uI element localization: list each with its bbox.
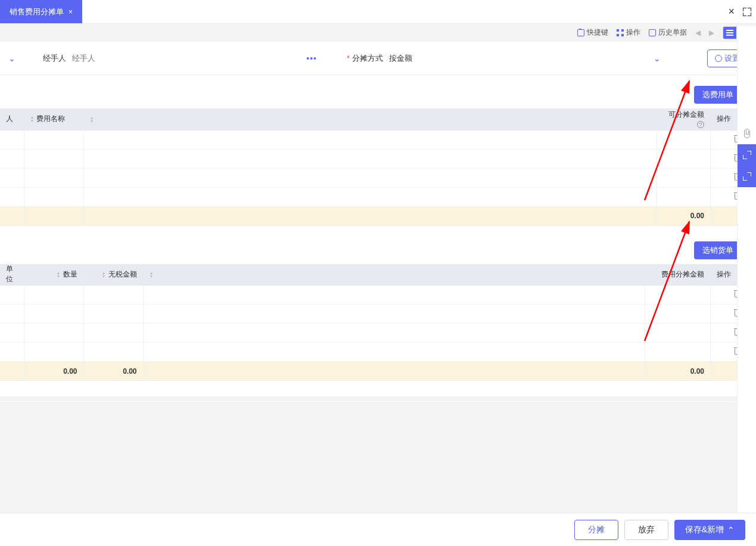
- table-row[interactable]: [0, 168, 748, 187]
- table-sum-row: 0.00: [0, 206, 748, 225]
- table-row[interactable]: [0, 286, 748, 305]
- right-rail: [737, 26, 756, 546]
- table-row[interactable]: [0, 324, 748, 343]
- col-allocatable-amount[interactable]: 可分摊金额?: [657, 108, 711, 130]
- handler-input[interactable]: [72, 54, 300, 63]
- expense-table: 人 费用名称 可分摊金额? 操作 0.00: [0, 108, 748, 226]
- info-icon[interactable]: ?: [697, 121, 704, 128]
- sum-alloc: 0.00: [657, 206, 711, 225]
- expand-icon: [743, 151, 751, 159]
- table-row[interactable]: [0, 130, 748, 149]
- select-expense-button[interactable]: 选费用单: [694, 86, 742, 104]
- col-unit[interactable]: 单位: [0, 264, 24, 286]
- next-record-icon[interactable]: ▶: [709, 29, 714, 37]
- allocate-button[interactable]: 分摊: [574, 520, 618, 540]
- tab-title: 销售费用分摊单: [10, 7, 64, 17]
- sum-alloc: 0.00: [645, 362, 711, 381]
- chevron-down-icon[interactable]: ⌄: [8, 54, 15, 63]
- tab-bar: 销售费用分摊单 × ×: [0, 0, 756, 24]
- table-row[interactable]: [0, 149, 748, 168]
- chevron-up-icon: ⌃: [727, 525, 735, 535]
- attachment-button[interactable]: [738, 123, 756, 144]
- history-icon: [649, 29, 656, 36]
- sort-icon: [150, 271, 154, 278]
- close-icon[interactable]: ×: [728, 5, 735, 18]
- view-list-button[interactable]: [723, 27, 736, 39]
- fullscreen-icon[interactable]: [743, 8, 751, 16]
- col-qty[interactable]: 数量: [24, 264, 83, 286]
- form-row: ⌄ 经手人 ••• * 分摊方式 按金额 ⌄ 设置: [0, 42, 756, 75]
- tab-close-icon[interactable]: ×: [69, 8, 73, 16]
- expand-button-1[interactable]: [738, 144, 756, 166]
- sort-icon: [102, 271, 106, 278]
- col-blank[interactable]: [83, 108, 657, 130]
- handler-field: 经手人 •••: [43, 53, 317, 64]
- shortcut-link[interactable]: 快捷键: [577, 27, 608, 38]
- sort-icon: [90, 116, 94, 123]
- sales-table: 单位 数量 无税金额 费用分摊金额 操作 0.000.000.00: [0, 264, 748, 381]
- sort-icon: [57, 271, 61, 278]
- gear-icon: [715, 55, 722, 62]
- sum-amount: 0.00: [83, 362, 143, 381]
- sales-table-section: 选销货单 单位 数量 无税金额 费用分摊金额 操作: [0, 241, 748, 381]
- sum-qty: 0.00: [24, 362, 83, 381]
- col-alloc-amount[interactable]: 费用分摊金额: [645, 264, 711, 286]
- more-dots-icon[interactable]: •••: [306, 54, 317, 63]
- tab-active[interactable]: 销售费用分摊单 ×: [0, 0, 82, 23]
- save-new-button[interactable]: 保存&新增 ⌃: [674, 520, 745, 540]
- divider: [0, 396, 748, 401]
- expand-button-2[interactable]: [738, 166, 756, 187]
- footer-bar: 分摊 放弃 保存&新增 ⌃: [0, 513, 756, 546]
- table-row[interactable]: [0, 187, 748, 206]
- col-expense-name[interactable]: 费用名称: [24, 108, 83, 130]
- table-row[interactable]: [0, 343, 748, 362]
- method-label: * 分摊方式: [347, 53, 383, 64]
- col-blank2[interactable]: [143, 264, 645, 286]
- list-icon: [726, 30, 733, 36]
- method-chevron-down-icon[interactable]: ⌄: [654, 54, 661, 63]
- grid-icon: [617, 29, 624, 36]
- prev-record-icon[interactable]: ◀: [695, 29, 701, 37]
- operate-link[interactable]: 操作: [617, 27, 640, 38]
- paperclip-icon: [744, 129, 750, 138]
- select-sales-button[interactable]: 选销货单: [694, 241, 742, 259]
- expense-table-section: 选费用单 人 费用名称 可分摊金额? 操作 0.00: [0, 86, 748, 226]
- table-sum-row: 0.000.000.00: [0, 362, 748, 381]
- col-people[interactable]: 人: [0, 108, 24, 130]
- action-bar: 快捷键 操作 历史单据 ◀ ▶: [0, 24, 756, 42]
- discard-button[interactable]: 放弃: [624, 520, 668, 540]
- expand-icon: [743, 172, 751, 181]
- sort-icon: [30, 116, 35, 123]
- method-value: 按金额: [389, 53, 412, 64]
- main-canvas: 选费用单 人 费用名称 可分摊金额? 操作 0.00: [0, 75, 756, 402]
- handler-label: 经手人: [43, 53, 66, 64]
- col-amount[interactable]: 无税金额: [83, 264, 143, 286]
- history-link[interactable]: 历史单据: [649, 27, 687, 38]
- clipboard-icon: [577, 29, 584, 36]
- table-row[interactable]: [0, 305, 748, 324]
- method-field: * 分摊方式 按金额 ⌄: [347, 53, 682, 64]
